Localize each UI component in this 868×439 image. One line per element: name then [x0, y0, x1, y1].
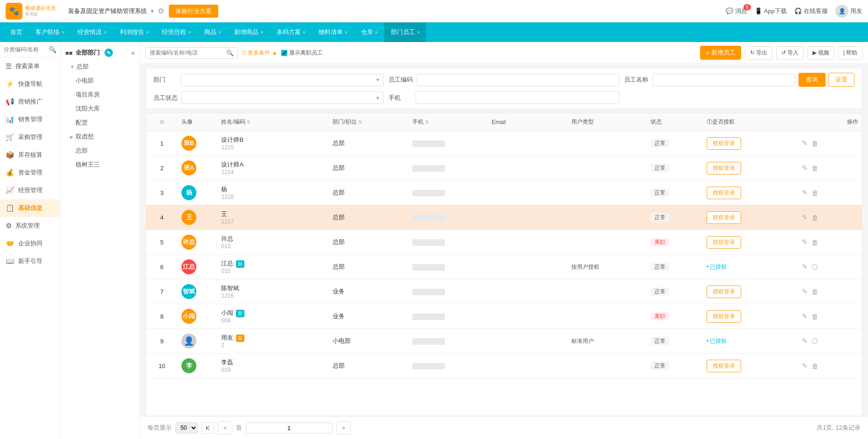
edit-icon[interactable]: ✎ [802, 238, 808, 246]
empname-input[interactable] [652, 74, 795, 86]
empcode-input[interactable] [417, 74, 619, 86]
sidebar-item-collab[interactable]: 🤝 企业协同 [0, 235, 60, 252]
first-page-button[interactable]: K [201, 422, 214, 434]
sidebar-item-finance[interactable]: 💰 资金管理 [0, 164, 60, 181]
sidebar-item-business[interactable]: 📈 经营管理 [0, 181, 60, 199]
tab-goods[interactable]: 商品× [198, 22, 228, 42]
tab-add-goods[interactable]: 新增商品× [228, 22, 270, 42]
delete-icon[interactable]: 🗑 [812, 189, 819, 197]
collapse-icon[interactable]: « [131, 49, 135, 56]
phone-input[interactable] [416, 91, 619, 104]
close-icon[interactable]: × [104, 29, 106, 35]
edit-icon[interactable]: ✎ [802, 213, 808, 222]
sidebar-item-system[interactable]: ⚙ 系统管理 [0, 217, 60, 235]
delete-icon[interactable]: 🗑 [812, 362, 819, 370]
dept-tree-item-shuang[interactable]: ▶ 双虑想 [61, 130, 139, 144]
dept-select[interactable] [181, 74, 384, 86]
edit-icon[interactable]: ✎ [802, 312, 808, 321]
auth-button[interactable]: 授权登录 [707, 137, 741, 150]
delete-icon[interactable]: 🗑 [812, 313, 819, 321]
delete-icon[interactable]: 🗑 [812, 288, 819, 296]
app-download-button[interactable]: 📱 App下载 [755, 7, 787, 15]
dept-tree-item-xiangmu[interactable]: 项目库房 [61, 88, 139, 102]
gear-icon[interactable]: ⚙ [158, 7, 164, 15]
sidebar-item-basic-info[interactable]: 📋 基础信息 [0, 199, 60, 217]
sidebar-item-marketing[interactable]: 📢 营销推广 [0, 93, 60, 111]
close-icon[interactable]: × [188, 29, 191, 35]
edit-dept-icon[interactable]: ✎ [104, 49, 113, 57]
close-icon[interactable]: × [146, 29, 149, 35]
tab-warehouse[interactable]: 仓库× [354, 22, 384, 42]
more-filter-button[interactable]: ▽ 更多条件 ▲ [242, 49, 278, 57]
sidebar-item-purchase[interactable]: 🛒 采购管理 [0, 128, 60, 146]
close-icon[interactable]: × [62, 29, 64, 35]
sidebar-item-guide[interactable]: 📖 新手引导 [0, 252, 60, 270]
tab-bom[interactable]: 物料清单× [312, 22, 354, 42]
auth-button[interactable]: 授权登录 [707, 360, 741, 372]
col-phone[interactable]: 手机 ⇅ [409, 113, 488, 131]
dept-tree-item-zongbu-parent[interactable]: ▼ 总部 [61, 60, 139, 74]
copy-icon[interactable]: ⬡ [812, 263, 818, 271]
add-employee-button[interactable]: + 新增员工 [700, 46, 741, 60]
dept-tree-item-zongbu2[interactable]: 总部 [61, 144, 139, 158]
copy-icon[interactable]: ⬡ [812, 337, 818, 345]
tab-profit[interactable]: 利润报告× [113, 22, 155, 42]
tab-customer[interactable]: 客户联络× [29, 22, 71, 42]
settings-button[interactable]: 设置 [828, 73, 854, 87]
dept-tree-item-xiaodian[interactable]: 小电部 [61, 74, 139, 88]
close-icon[interactable]: × [375, 29, 378, 35]
dept-tree-item-shenyang[interactable]: 沈阳大库 [61, 102, 139, 116]
trial-button[interactable]: 体验行业方案 [169, 5, 218, 18]
edit-icon[interactable]: ✎ [802, 263, 808, 271]
page-input[interactable] [246, 423, 333, 433]
dept-tree-item-zhishu[interactable]: 植树王三 [61, 158, 139, 172]
tab-department[interactable]: 部门员工× [384, 22, 426, 42]
auth-button[interactable]: 授权登录 [707, 236, 741, 249]
message-button[interactable]: 💬 消息 6 [726, 7, 747, 15]
tab-home[interactable]: 首页 [4, 22, 29, 42]
delete-icon[interactable]: 🗑 [812, 214, 819, 222]
prev-page-button[interactable]: ＜ [218, 421, 232, 434]
edit-icon[interactable]: ✎ [802, 188, 808, 197]
edit-icon[interactable]: ✎ [802, 362, 808, 370]
auth-button[interactable]: 授权登录 [707, 162, 741, 174]
service-button[interactable]: 🎧 在线客服 [794, 7, 828, 15]
help-button[interactable]: | 帮助 [838, 46, 862, 60]
tab-history[interactable]: 经营历程× [155, 22, 197, 42]
delete-icon[interactable]: 🗑 [812, 139, 819, 147]
tab-operation[interactable]: 经营情况× [71, 22, 113, 42]
user-button[interactable]: 👤 用友 [835, 5, 862, 18]
auth-button[interactable]: 授权登录 [707, 310, 741, 323]
edit-icon[interactable]: ✎ [802, 164, 808, 172]
query-button[interactable]: 查询 [799, 73, 826, 87]
close-icon[interactable]: × [417, 29, 420, 35]
tab-barcode[interactable]: 条码方案× [270, 22, 312, 42]
close-icon[interactable]: × [218, 29, 221, 35]
sidebar-item-search[interactable]: ☰ 搜索菜单 [0, 57, 60, 75]
close-icon[interactable]: × [303, 29, 306, 35]
sidebar-search-input[interactable] [4, 46, 49, 53]
col-dept[interactable]: 部门/职位 ⇅ [329, 113, 409, 131]
status-select[interactable] [181, 91, 384, 104]
search-input[interactable] [150, 49, 224, 56]
dept-tree-item-peihuo[interactable]: 配货 [61, 116, 139, 130]
next-page-button[interactable]: ＞ [336, 421, 351, 434]
delete-icon[interactable]: 🗑 [812, 238, 819, 246]
close-icon[interactable]: × [345, 29, 347, 35]
per-page-select[interactable]: 50 [175, 422, 198, 433]
edit-icon[interactable]: ✎ [802, 287, 808, 296]
col-name[interactable]: 姓名/编码 ⇅ [217, 113, 329, 131]
view-button[interactable]: ▶ 视频 [807, 46, 834, 60]
resigned-checkbox[interactable] [281, 50, 287, 56]
sidebar-item-inventory[interactable]: 📦 库存核算 [0, 146, 60, 164]
auth-button[interactable]: 授权登录 [707, 187, 741, 199]
auth-button[interactable]: 授权登录 [707, 286, 741, 298]
edit-icon[interactable]: ✎ [802, 337, 808, 345]
delete-icon[interactable]: 🗑 [812, 164, 819, 172]
sidebar-item-sales[interactable]: 📊 销售管理 [0, 111, 60, 128]
auth-button[interactable]: 授权登录 [707, 211, 741, 224]
close-icon[interactable]: × [260, 29, 263, 35]
edit-icon[interactable]: ✎ [802, 139, 808, 147]
export-button[interactable]: ↻ 导出 [745, 46, 772, 60]
sidebar-item-quick-nav[interactable]: ⚡ 快捷导航 [0, 75, 60, 93]
